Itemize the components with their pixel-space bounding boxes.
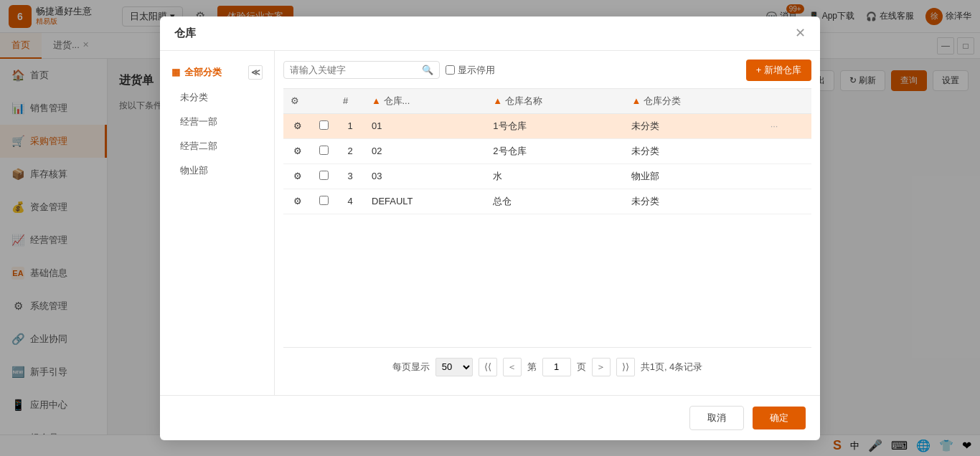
row-num-2: 2 xyxy=(336,138,364,163)
dialog-header: 仓库 ✕ xyxy=(160,16,820,51)
sort-icon-id: ▲ xyxy=(372,95,381,106)
search-input-wrap: 🔍 xyxy=(283,61,440,79)
sort-icon-name: ▲ xyxy=(493,95,502,106)
cat-item-ops1[interactable]: 经营一部 xyxy=(160,110,274,134)
pagination: 每页显示 50 10 20 100 ⟨⟨ ＜ 第 页 ＞ ⟩⟩ 共1页, 4条记… xyxy=(283,347,811,386)
row-settings-2[interactable]: ⚙ xyxy=(283,138,312,163)
dialog-title: 仓库 xyxy=(174,27,196,40)
dialog-overlay: 仓库 ✕ ▦ 全部分类 ≪ 未分类 经营一部 xyxy=(0,0,980,456)
cancel-button[interactable]: 取消 xyxy=(689,406,744,430)
row-id-3: 03 xyxy=(364,163,486,189)
col-actions xyxy=(763,88,811,113)
row-id-2: 02 xyxy=(364,138,486,163)
show-disabled-checkbox[interactable] xyxy=(446,65,455,75)
cat-item-unclassified[interactable]: 未分类 xyxy=(160,85,274,110)
dialog-close-button[interactable]: ✕ xyxy=(795,25,806,41)
table-header-row: ⚙ # ▲ 仓库... ▲ 仓库名称 xyxy=(283,88,811,113)
row-more-3[interactable] xyxy=(763,163,811,189)
page-prev-btn[interactable]: ＜ xyxy=(503,358,522,376)
col-category[interactable]: ▲ 仓库分类 xyxy=(624,88,763,113)
table-toolbar: 🔍 显示停用 + 新增仓库 xyxy=(283,60,811,81)
row-settings-3[interactable]: ⚙ xyxy=(283,163,312,189)
table-panel: 🔍 显示停用 + 新增仓库 ⚙ # xyxy=(275,51,820,395)
col-name[interactable]: ▲ 仓库名称 xyxy=(486,88,624,113)
row-id-4: DEFAULT xyxy=(364,189,486,214)
row-settings-1[interactable]: ⚙ xyxy=(283,113,312,138)
all-category-header[interactable]: ▦ 全部分类 ≪ xyxy=(160,60,274,85)
row-name-3: 水 xyxy=(486,163,624,189)
table-row[interactable]: ⚙ 1 01 1号仓库 未分类 ··· xyxy=(283,113,811,138)
page-next-btn[interactable]: ＞ xyxy=(592,358,611,376)
page-input[interactable] xyxy=(542,358,571,376)
dialog-body: ▦ 全部分类 ≪ 未分类 经营一部 经营二部 物业部 xyxy=(160,51,820,395)
col-id[interactable]: ▲ 仓库... xyxy=(364,88,486,113)
row-num-4: 4 xyxy=(336,189,364,214)
warehouse-table: ⚙ # ▲ 仓库... ▲ 仓库名称 xyxy=(283,88,811,214)
row-check-2[interactable] xyxy=(312,138,336,163)
warehouse-dialog: 仓库 ✕ ▦ 全部分类 ≪ 未分类 经营一部 xyxy=(160,16,820,440)
search-icon[interactable]: 🔍 xyxy=(422,65,433,75)
row-settings-4[interactable]: ⚙ xyxy=(283,189,312,214)
col-num: # xyxy=(336,88,364,113)
row-name-1: 1号仓库 xyxy=(486,113,624,138)
row-more-2[interactable] xyxy=(763,138,811,163)
table-row[interactable]: ⚙ 2 02 2号仓库 未分类 xyxy=(283,138,811,163)
row-check-3[interactable] xyxy=(312,163,336,189)
cat-item-ops2[interactable]: 经营二部 xyxy=(160,134,274,158)
row-cat-2: 未分类 xyxy=(624,138,763,163)
row-check-1[interactable] xyxy=(312,113,336,138)
row-num-1: 1 xyxy=(336,113,364,138)
grid-icon: ▦ xyxy=(171,67,180,77)
table-row[interactable]: ⚙ 3 03 水 物业部 xyxy=(283,163,811,189)
show-disabled-checkbox-label[interactable]: 显示停用 xyxy=(446,64,495,77)
dialog-footer: 取消 确定 xyxy=(160,395,820,440)
row-cat-1: 未分类 xyxy=(624,113,763,138)
new-warehouse-button[interactable]: + 新增仓库 xyxy=(746,60,811,81)
col-settings: ⚙ xyxy=(283,88,312,113)
category-panel: ▦ 全部分类 ≪ 未分类 经营一部 经营二部 物业部 xyxy=(160,51,275,395)
row-name-4: 总仓 xyxy=(486,189,624,214)
row-check-4[interactable] xyxy=(312,189,336,214)
sort-icon-cat: ▲ xyxy=(631,95,641,106)
col-checkbox xyxy=(312,88,336,113)
row-cat-4: 未分类 xyxy=(624,189,763,214)
row-cat-3: 物业部 xyxy=(624,163,763,189)
row-more-4[interactable] xyxy=(763,189,811,214)
collapse-panel-btn[interactable]: ≪ xyxy=(248,65,263,80)
page-first-btn[interactable]: ⟨⟨ xyxy=(479,358,497,376)
search-input[interactable] xyxy=(290,65,419,75)
table-row[interactable]: ⚙ 4 DEFAULT 总仓 未分类 xyxy=(283,189,811,214)
row-more-1[interactable]: ··· xyxy=(763,113,811,138)
row-name-2: 2号仓库 xyxy=(486,138,624,163)
page-last-btn[interactable]: ⟩⟩ xyxy=(616,358,635,376)
cat-item-property[interactable]: 物业部 xyxy=(160,158,274,183)
row-id-1: 01 xyxy=(364,113,486,138)
confirm-button[interactable]: 确定 xyxy=(753,407,806,429)
row-num-3: 3 xyxy=(336,163,364,189)
per-page-select[interactable]: 50 10 20 100 xyxy=(435,358,473,376)
